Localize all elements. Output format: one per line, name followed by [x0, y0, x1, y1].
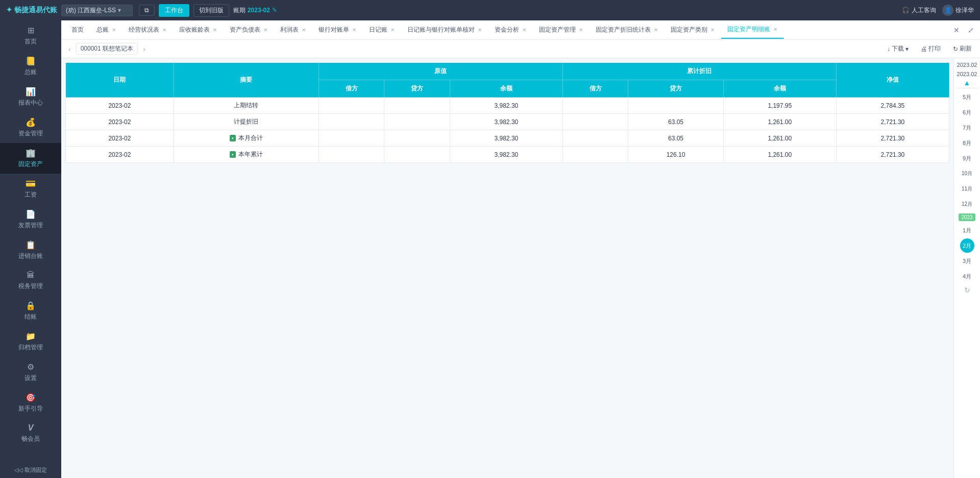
sidebar-item-fixed-assets[interactable]: 🏢 固定资产 [0, 143, 61, 174]
cell-dep-credit-1: 63.05 [628, 114, 723, 130]
panel-refresh-button[interactable]: ↻ [964, 286, 970, 294]
tab-bank[interactable]: 银行对账单 ✕ [312, 21, 363, 38]
col-summary: 摘要 [174, 63, 318, 98]
tab-close-receivable[interactable]: ✕ [213, 27, 217, 33]
month-3[interactable]: 3月 [960, 254, 974, 268]
cell-net-3: 2,721.30 [836, 147, 949, 163]
tab-close-journal-bank[interactable]: ✕ [478, 27, 482, 33]
sidebar-item-ledger[interactable]: 📒 总账 [0, 51, 61, 82]
switch-old-button[interactable]: 切到旧版 [193, 4, 229, 17]
sidebar-item-tax[interactable]: 🏛 税务管理 [0, 266, 61, 296]
tab-capital-analysis[interactable]: 资金分析 ✕ [488, 21, 533, 38]
tab-profit[interactable]: 利润表 ✕ [274, 21, 312, 38]
month-9[interactable]: 9月 [960, 151, 974, 165]
tab-journal-bank[interactable]: 日记账与银行对账单核对 ✕ [401, 21, 488, 38]
cell-dep-credit-2: 63.05 [628, 130, 723, 147]
refresh-icon: ↻ [953, 45, 958, 53]
cell-dep-debit-0 [562, 98, 628, 114]
month-6[interactable]: 6月 [960, 105, 974, 119]
col-original-value: 原值 [319, 63, 563, 80]
subnav-prev-arrow[interactable]: ‹ [65, 44, 74, 54]
workbench-button[interactable]: 工作台 [159, 4, 189, 17]
col-accumulated-dep: 累计折旧 [562, 63, 836, 80]
cell-orig-balance-2: 3,982.30 [450, 130, 562, 147]
tab-close-fixed-class[interactable]: ✕ [710, 27, 715, 33]
company-selector[interactable]: (劝) 江西服垒-LSS ▾ [61, 5, 133, 16]
cell-orig-balance-3: 3,982.30 [450, 147, 562, 163]
month-8[interactable]: 8月 [960, 136, 974, 150]
breadcrumb: 000001 联想笔记本 [76, 43, 138, 55]
tab-close-profit[interactable]: ✕ [302, 27, 306, 33]
tab-close-balance[interactable]: ✕ [263, 27, 267, 33]
sidebar-item-salary[interactable]: 💳 工资 [0, 174, 61, 204]
maximize-button[interactable]: ⤢ [966, 24, 976, 36]
tab-fixed-class[interactable]: 固定资产类别 ✕ [665, 21, 721, 38]
month-12[interactable]: 12月 [960, 197, 974, 211]
tab-close-fixed-detail[interactable]: ✕ [773, 27, 777, 32]
cell-orig-debit-3 [319, 147, 384, 163]
scroll-up-arrow[interactable]: ▲ [964, 79, 971, 87]
tab-receivable[interactable]: 应收账龄表 ✕ [173, 21, 224, 38]
cell-date-1: 2023-02 [66, 114, 174, 130]
refresh-button[interactable]: ↻ 刷新 [949, 43, 976, 54]
col-orig-debit: 借方 [319, 80, 384, 98]
tab-fixed-dep[interactable]: 固定资产折旧统计表 ✕ [590, 21, 665, 38]
sidebar-item-guide[interactable]: 🎯 新手引导 [0, 388, 61, 418]
print-button[interactable]: 🖨 打印 [917, 43, 945, 54]
copy-button[interactable]: ⧉ [139, 5, 155, 16]
tab-close-journal[interactable]: ✕ [390, 27, 395, 33]
tab-close-capital[interactable]: ✕ [522, 27, 526, 33]
archive-icon: 📁 [26, 331, 36, 341]
month-7[interactable]: 7月 [960, 121, 974, 135]
month-11[interactable]: 11月 [960, 182, 974, 196]
sidebar-item-invoice[interactable]: 📄 发票管理 [0, 204, 61, 235]
tab-journal[interactable]: 日记账 ✕ [363, 21, 401, 38]
sidebar-item-reports[interactable]: 📊 报表中心 [0, 82, 61, 112]
right-panel-date-sub: 2023.02 [956, 69, 978, 79]
month-2-active[interactable]: 2月 [960, 238, 974, 253]
sidebar-item-closing[interactable]: 🔒 结账 [0, 296, 61, 326]
cell-orig-debit-2 [319, 130, 384, 147]
tab-close-fixed-dep[interactable]: ✕ [654, 27, 658, 33]
month-10[interactable]: 10月 [960, 166, 974, 181]
download-button[interactable]: ↓ 下载 ▾ [883, 43, 913, 54]
sidebar-item-home[interactable]: ⊞ 首页 [0, 20, 61, 51]
tab-home[interactable]: 首页 [65, 21, 90, 38]
col-dep-debit: 借方 [562, 80, 628, 98]
tab-fixed-mgmt[interactable]: 固定资产管理 ✕ [533, 21, 590, 38]
cell-summary-1: 计提折旧 [174, 114, 318, 130]
subnav-next-arrow[interactable]: › [140, 44, 149, 54]
tab-balance[interactable]: 资产负债表 ✕ [224, 21, 274, 38]
tab-close-bank[interactable]: ✕ [352, 27, 356, 33]
sidebar-item-settings[interactable]: ⚙ 设置 [0, 357, 61, 388]
download-icon: ↓ [887, 45, 890, 53]
close-all-tabs-button[interactable]: ✕ [951, 24, 962, 36]
sidebar-item-archive[interactable]: 📁 归档管理 [0, 326, 61, 357]
tab-ledger[interactable]: 总账 ✕ [90, 21, 122, 38]
sidebar-item-sales[interactable]: 📋 进销台账 [0, 235, 61, 266]
invoice-icon: 📄 [26, 209, 36, 219]
cell-summary-2: ▪ 本月合计 [174, 130, 318, 147]
month-4[interactable]: 4月 [960, 269, 974, 283]
sidebar-item-capital[interactable]: 💰 资金管理 [0, 112, 61, 143]
tab-close-operating[interactable]: ✕ [162, 27, 166, 33]
month-1[interactable]: 1月 [960, 223, 974, 237]
month-5[interactable]: 5月 [960, 90, 974, 104]
tab-fixed-detail[interactable]: 固定资产明细账 ✕ [721, 21, 784, 39]
cell-dep-credit-0 [628, 98, 723, 114]
tab-close-ledger[interactable]: ✕ [112, 27, 116, 33]
right-panel: 2023.02 2023.02 ▲ 5月 6月 7月 8月 9月 10月 11月… [953, 58, 980, 478]
sidebar-unpin[interactable]: ◁◁ 取消固定 [0, 462, 61, 478]
cell-orig-balance-0: 3,982.30 [450, 98, 562, 114]
period-edit-icon[interactable]: ✎ [272, 7, 277, 14]
fixed-assets-icon: 🏢 [26, 148, 36, 158]
user-avatar[interactable]: 👤 徐泽华 [942, 5, 974, 16]
sidebar-item-member[interactable]: V 畅会员 [0, 418, 61, 448]
topbar-right: 🎧 人工客询 👤 徐泽华 [902, 5, 974, 16]
tab-operating[interactable]: 经营状况表 ✕ [122, 21, 173, 38]
customer-service[interactable]: 🎧 人工客询 [902, 6, 936, 15]
tab-close-fixed-mgmt[interactable]: ✕ [579, 27, 583, 33]
col-net-value: 净值 [836, 63, 949, 98]
col-dep-balance: 余额 [723, 80, 836, 98]
sidebar: ⊞ 首页 📒 总账 📊 报表中心 💰 资金管理 🏢 固定资产 💳 工资 📄 发票… [0, 20, 61, 478]
